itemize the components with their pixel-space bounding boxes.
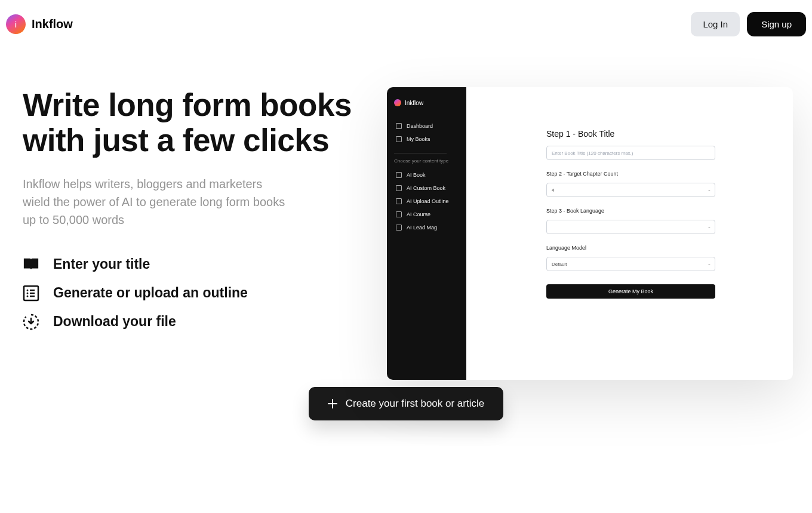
- preview-ct-uploadoutline: AI Upload Outline: [394, 195, 459, 208]
- preview-nav-label: AI Book: [407, 172, 426, 178]
- book-icon: [396, 136, 402, 142]
- preview-step1-title: Step 1 - Book Title: [546, 129, 751, 139]
- preview-nav-label: AI Course: [407, 211, 430, 217]
- feature-label: Enter your title: [53, 256, 150, 272]
- preview-model-select: Default ⌄: [546, 257, 715, 271]
- preview-nav-dashboard: Dashboard: [394, 119, 459, 133]
- preview-ct-custombook: AI Custom Book: [394, 182, 459, 195]
- preview-ct-course: AI Course: [394, 208, 459, 221]
- hero-section: Write long form books with just a few cl…: [0, 42, 812, 330]
- login-button[interactable]: Log In: [691, 12, 740, 36]
- list-box-icon: [23, 285, 39, 302]
- hero-right: Inkflow Dashboard My Books Choose your c…: [387, 87, 789, 330]
- preview-ct-aibook: AI Book: [394, 168, 459, 182]
- preview-select-value: 4: [552, 188, 554, 193]
- brand-logo-icon: i: [6, 14, 26, 34]
- preview-step2-title: Step 2 - Target Chapter Count: [546, 171, 751, 177]
- preview-generate-button: Generate My Book: [546, 284, 715, 299]
- create-book-button[interactable]: Create your first book or article: [309, 387, 503, 420]
- feature-generate-outline: Generate or upload an outline: [23, 285, 363, 302]
- preview-model-title: Language Model: [546, 245, 751, 251]
- preview-step3-title: Step 3 - Book Language: [546, 208, 751, 214]
- preview-sidebar: Inkflow Dashboard My Books Choose your c…: [387, 87, 466, 380]
- preview-nav-label: AI Lead Mag: [407, 225, 437, 231]
- app-preview: Inkflow Dashboard My Books Choose your c…: [387, 87, 793, 380]
- sparkle-icon: [396, 185, 402, 191]
- preview-chapter-select: 4 ⌄: [546, 183, 715, 197]
- file-icon: [396, 172, 402, 178]
- brand-logo[interactable]: i Inkflow: [6, 14, 73, 34]
- preview-nav-label: My Books: [407, 136, 430, 142]
- preview-nav-label: Dashboard: [407, 123, 433, 129]
- preview-nav-label: AI Upload Outline: [407, 198, 449, 204]
- feature-enter-title: Enter your title: [23, 256, 363, 273]
- arrow-icon: [396, 225, 402, 231]
- preview-logo-icon: [394, 99, 401, 106]
- preview-placeholder: Enter Book Title (120 characters max.): [552, 150, 633, 156]
- header: i Inkflow Log In Sign up: [0, 0, 812, 42]
- hero-left: Write long form books with just a few cl…: [23, 87, 363, 330]
- preview-content-heading: Choose your content type: [394, 158, 459, 164]
- feature-download-file: Download your file: [23, 314, 363, 330]
- cta-label: Create your first book or article: [346, 398, 484, 410]
- preview-select-value: Default: [552, 262, 567, 267]
- plus-icon: [328, 399, 337, 408]
- preview-nav-mybooks: My Books: [394, 133, 459, 146]
- chevron-down-icon: ⌄: [708, 188, 711, 192]
- preview-logo: Inkflow: [394, 99, 459, 106]
- download-circle-icon: [23, 314, 39, 330]
- preview-nav-label: AI Custom Book: [407, 185, 445, 191]
- book-open-icon: [23, 256, 39, 273]
- dashboard-icon: [396, 123, 402, 129]
- preview-main: Step 1 - Book Title Enter Book Title (12…: [466, 87, 793, 380]
- feature-label: Generate or upload an outline: [53, 285, 248, 301]
- preview-brand-name: Inkflow: [405, 100, 423, 106]
- brand-name: Inkflow: [32, 17, 73, 31]
- hero-title: Write long form books with just a few cl…: [23, 87, 363, 158]
- preview-language-select: ⌄: [546, 220, 715, 234]
- chevron-down-icon: ⌄: [708, 225, 711, 229]
- preview-ct-leadmag: AI Lead Mag: [394, 221, 459, 234]
- signup-button[interactable]: Sign up: [747, 12, 806, 36]
- hero-subtitle: Inkflow helps writers, bloggers and mark…: [23, 175, 288, 229]
- nav-buttons: Log In Sign up: [691, 12, 806, 36]
- feature-list: Enter your title Generate or upload an o…: [23, 256, 363, 330]
- upload-icon: [396, 198, 402, 204]
- preview-divider: [394, 153, 447, 153]
- preview-title-input: Enter Book Title (120 characters max.): [546, 146, 715, 160]
- chevron-down-icon: ⌄: [708, 262, 711, 266]
- cta-section: Create your first book or article: [0, 387, 812, 420]
- feature-label: Download your file: [53, 314, 176, 330]
- globe-icon: [396, 211, 402, 217]
